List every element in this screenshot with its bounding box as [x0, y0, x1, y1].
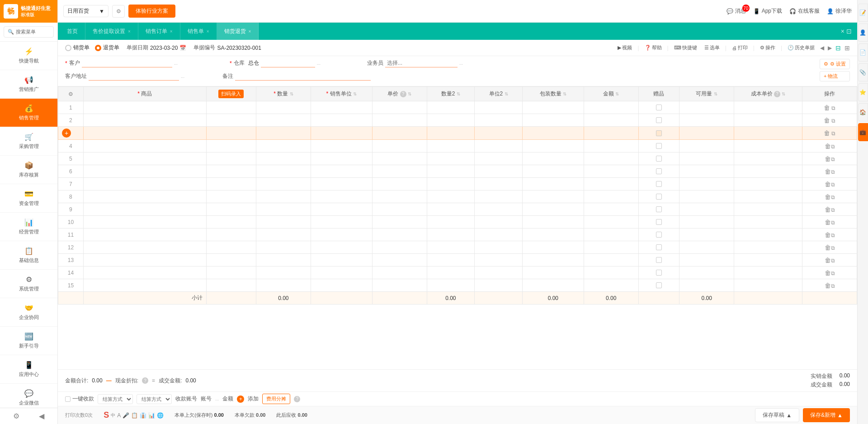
pack-qty-sort-icon[interactable]: ⇅: [563, 91, 566, 96]
cost-price-sort-icon[interactable]: ⇅: [782, 91, 785, 96]
calc-method-select[interactable]: 结算方式: [137, 394, 172, 404]
calendar-icon[interactable]: 📅: [179, 45, 186, 51]
add-payment-button[interactable]: +: [237, 395, 244, 403]
tab-close-sale-return[interactable]: ×: [249, 29, 251, 34]
app-download-button[interactable]: 📱 App下载: [753, 7, 782, 15]
gift-checkbox-2[interactable]: [656, 117, 662, 123]
qty2-sort-icon[interactable]: ⇅: [457, 91, 460, 96]
radio-sale[interactable]: 销货单: [65, 44, 90, 52]
shortcut-link[interactable]: ⌨ 快捷键: [672, 43, 699, 52]
online-service-button[interactable]: 🎧 在线客服: [789, 7, 820, 15]
product-input-2[interactable]: [87, 117, 203, 124]
price-info-icon[interactable]: ?: [400, 91, 406, 97]
sidebar-item-inventory[interactable]: 📦 库存核算: [0, 156, 57, 184]
sidebar-item-shortcut[interactable]: ⚡ 快捷导航: [0, 42, 57, 70]
user-profile-button[interactable]: 👤 徐泽华: [827, 7, 852, 15]
delete-row-7[interactable]: 🗑: [825, 181, 831, 188]
right-icon-1[interactable]: 📝: [858, 4, 868, 22]
copy-row-15[interactable]: ⧉: [831, 283, 835, 289]
copy-row-6[interactable]: ⧉: [831, 169, 835, 175]
amount-sort-icon[interactable]: ⇅: [615, 91, 619, 96]
delete-row-10[interactable]: 🗑: [825, 219, 831, 226]
search-menu-button[interactable]: 🔍 搜索菜单: [4, 26, 54, 38]
gift-checkbox-6[interactable]: [656, 168, 662, 174]
address-dots-button[interactable]: ...: [181, 74, 184, 79]
copy-row-10[interactable]: ⧉: [831, 219, 835, 226]
gift-checkbox-3[interactable]: [656, 130, 662, 136]
copy-row-7[interactable]: ⧉: [831, 181, 835, 188]
unit-input-1[interactable]: [315, 105, 368, 111]
qty-input-1[interactable]: [260, 105, 307, 111]
delete-row-9[interactable]: 🗑: [825, 206, 831, 213]
operate-link[interactable]: ⚙ 操作: [758, 43, 777, 52]
delete-row-11[interactable]: 🗑: [825, 231, 831, 238]
copy-row-9[interactable]: ⧉: [831, 207, 835, 213]
logistics-button[interactable]: + 物流: [820, 71, 850, 81]
delete-row-8[interactable]: 🗑: [825, 193, 831, 200]
tab-sale-order[interactable]: 销售订单 ×: [138, 23, 180, 40]
next-record-button[interactable]: ▶: [828, 45, 832, 51]
sidebar-item-basic[interactable]: 📋 基础信息: [0, 241, 57, 270]
available-sort-icon[interactable]: ⇅: [714, 91, 717, 96]
settlement-method-select[interactable]: 结算方式: [98, 394, 133, 404]
right-icon-2[interactable]: 👤: [858, 24, 868, 42]
module-selector[interactable]: 日用百货 ▼: [63, 5, 108, 17]
delete-row-14[interactable]: 🗑: [825, 269, 831, 276]
gift-checkbox-4[interactable]: [656, 143, 662, 149]
sidebar-item-marketing[interactable]: 📢 营销推广: [0, 70, 57, 99]
salesperson-dots-button[interactable]: ...: [459, 61, 463, 66]
form-settings-button[interactable]: ⚙ ⚙ 设置: [820, 59, 850, 69]
sidebar-item-guide[interactable]: 🆕 新手引导: [0, 327, 57, 355]
right-icon-3[interactable]: 📄: [858, 43, 868, 62]
right-icon-6[interactable]: 🏠: [858, 103, 868, 121]
copy-row-11[interactable]: ⧉: [831, 232, 835, 238]
delete-row-3[interactable]: 🗑: [824, 129, 830, 137]
right-icon-4[interactable]: 📎: [858, 63, 868, 81]
gift-checkbox-5[interactable]: [656, 156, 662, 162]
fee-split-info-icon[interactable]: ?: [294, 396, 300, 402]
message-button[interactable]: 💬 消息 70: [726, 7, 746, 15]
price-sort-icon[interactable]: ⇅: [408, 91, 411, 96]
unit-sort-icon[interactable]: ⇅: [353, 91, 357, 96]
gift-checkbox-1[interactable]: [656, 105, 662, 110]
product-input-3[interactable]: [87, 130, 203, 136]
delete-row-5[interactable]: 🗑: [825, 155, 831, 162]
save-draft-button[interactable]: 保存草稿 ▲: [755, 408, 799, 422]
add-row-button[interactable]: +: [62, 129, 71, 138]
save-new-button[interactable]: 保存&新增 ▲: [803, 408, 850, 422]
radio-return[interactable]: 退货单: [95, 44, 119, 52]
right-icon-5[interactable]: ⭐: [858, 83, 868, 101]
scan-input-button[interactable]: 扫码录入: [218, 90, 244, 98]
gift-checkbox-12[interactable]: [656, 244, 662, 250]
customer-dots-button[interactable]: ...: [174, 61, 178, 66]
copy-row-1[interactable]: ⧉: [831, 105, 835, 111]
tab-home[interactable]: 首页: [60, 23, 85, 40]
delete-row-12[interactable]: 🗑: [825, 244, 831, 251]
sidebar-item-finance[interactable]: 💳 资金管理: [0, 184, 57, 213]
salesperson-input[interactable]: [385, 59, 458, 67]
tab-sale-settings[interactable]: 售价提取设置 ×: [85, 23, 138, 40]
copy-row-12[interactable]: ⧉: [831, 245, 835, 251]
delete-row-6[interactable]: 🗑: [825, 168, 831, 175]
tab-sale-return[interactable]: 销货退货 ×: [217, 23, 259, 40]
sidebar-settings-button[interactable]: ⚙: [13, 412, 19, 420]
copy-row-2[interactable]: ⧉: [831, 118, 835, 124]
cost-price-info-icon[interactable]: ?: [774, 91, 780, 97]
select-link[interactable]: ☰ 选单: [703, 43, 722, 52]
warehouse-input[interactable]: [261, 59, 315, 67]
gift-checkbox-10[interactable]: [656, 219, 662, 225]
gift-checkbox-11[interactable]: [656, 232, 662, 238]
remark-input[interactable]: [235, 72, 371, 81]
delete-row-1[interactable]: 🗑: [824, 104, 830, 111]
history-link[interactable]: 🕐 历史单据: [786, 43, 816, 52]
customer-input[interactable]: [82, 59, 172, 67]
help-link[interactable]: ❓ 帮助: [643, 43, 664, 52]
copy-row-14[interactable]: ⧉: [831, 270, 835, 276]
product-input-1[interactable]: [87, 105, 203, 111]
gift-checkbox-15[interactable]: [656, 282, 662, 288]
address-input[interactable]: [89, 72, 179, 81]
one-key-collect-checkbox[interactable]: 一键收款: [65, 395, 94, 403]
copy-row-4[interactable]: ⧉: [831, 143, 835, 150]
unit2-sort-icon[interactable]: ⇅: [505, 91, 508, 96]
list-view-button[interactable]: ⊟: [835, 44, 841, 52]
